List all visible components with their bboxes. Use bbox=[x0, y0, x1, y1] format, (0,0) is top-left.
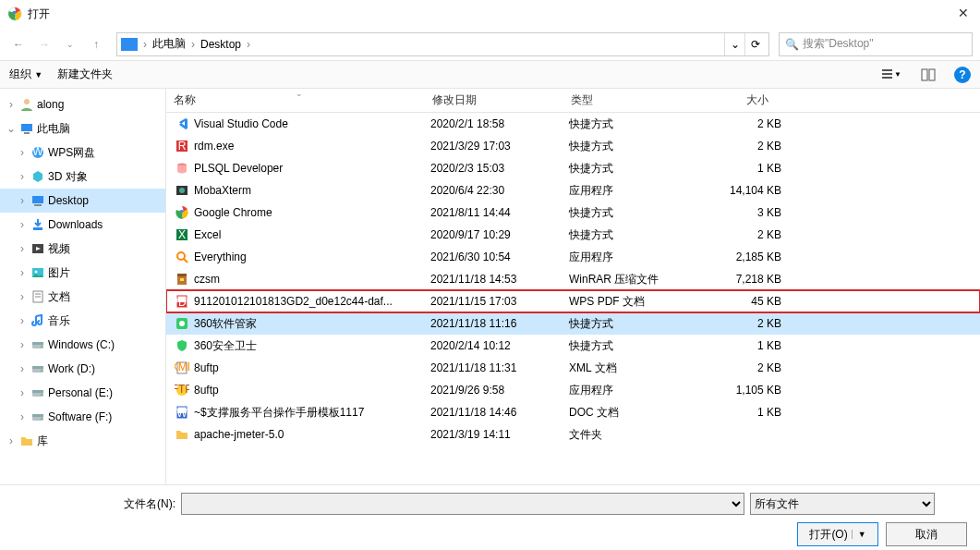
tree-twisty-icon[interactable]: › bbox=[17, 410, 28, 423]
file-icon: PDF bbox=[174, 294, 190, 309]
cancel-button[interactable]: 取消 bbox=[886, 522, 967, 546]
tree-label: Downloads bbox=[48, 218, 103, 231]
file-size: 1,105 KB bbox=[698, 384, 781, 397]
filetype-filter[interactable]: 所有文件 bbox=[750, 493, 935, 515]
tree-twisty-icon[interactable]: › bbox=[17, 338, 28, 351]
tree-icon bbox=[18, 434, 35, 448]
column-header[interactable]: ⌄ 名称 修改日期 类型 大小 bbox=[166, 89, 980, 113]
file-row[interactable]: W~$支撑服务平台操作手册模板11172021/11/18 14:46DOC 文… bbox=[166, 401, 980, 423]
crumb-folder[interactable]: Desktop bbox=[195, 38, 247, 51]
file-size: 1 KB bbox=[698, 339, 781, 352]
tree-twisty-icon[interactable]: › bbox=[17, 242, 28, 255]
tree-twisty-icon[interactable]: › bbox=[17, 194, 28, 207]
tree-item-along[interactable]: ›along bbox=[0, 92, 165, 116]
open-button[interactable]: 打开(O) ▼ bbox=[797, 522, 878, 546]
file-name: apache-jmeter-5.0 bbox=[194, 428, 430, 441]
file-date: 2020/6/4 22:30 bbox=[430, 184, 569, 197]
tree-item-desktop[interactable]: ›Desktop bbox=[0, 189, 165, 213]
file-icon: FTP bbox=[174, 383, 190, 397]
tree-twisty-icon[interactable]: › bbox=[17, 386, 28, 399]
svg-point-42 bbox=[177, 252, 185, 260]
newfolder-button[interactable]: 新建文件夹 bbox=[57, 67, 113, 82]
file-rows[interactable]: Visual Studio Code2020/2/1 18:58快捷方式2 KB… bbox=[166, 113, 980, 446]
breadcrumb[interactable]: › 此电脑 › Desktop › ⌄ ⟳ bbox=[116, 32, 769, 56]
tree-twisty-icon[interactable]: › bbox=[17, 170, 28, 183]
file-row[interactable]: PDF911201012101813GD2_d0e12c44-daf...202… bbox=[166, 290, 980, 312]
forward-button[interactable]: → bbox=[33, 33, 55, 55]
file-icon bbox=[174, 116, 190, 131]
search-input[interactable]: 🔍 搜索"Desktop" bbox=[779, 32, 973, 56]
tree-label: 库 bbox=[37, 434, 48, 449]
tree-item--[interactable]: ›库 bbox=[0, 429, 165, 453]
crumb-root[interactable]: 此电脑 bbox=[147, 36, 191, 52]
file-row[interactable]: Google Chrome2021/8/11 14:44快捷方式3 KB bbox=[166, 202, 980, 224]
tree-item-windows-c-[interactable]: ›Windows (C:) bbox=[0, 333, 165, 357]
tree-item--[interactable]: ›视频 bbox=[0, 237, 165, 261]
file-row[interactable]: 360软件管家2021/11/18 11:16快捷方式2 KB bbox=[166, 312, 980, 335]
filename-field[interactable] bbox=[181, 493, 744, 515]
recent-dropdown[interactable]: ⌄ bbox=[59, 33, 81, 55]
tree-item--[interactable]: ⌄此电脑 bbox=[0, 116, 165, 141]
tree-twisty-icon[interactable]: › bbox=[6, 98, 17, 111]
tree-item-downloads[interactable]: ›Downloads bbox=[0, 213, 165, 237]
up-button[interactable]: ↑ bbox=[85, 33, 107, 55]
back-button[interactable]: ← bbox=[7, 33, 30, 55]
tree-item-work-d-[interactable]: ›Work (D:) bbox=[0, 357, 165, 381]
tree-item-3d-[interactable]: ›3D 对象 bbox=[0, 165, 165, 189]
file-size: 2 KB bbox=[698, 228, 781, 241]
preview-pane-icon[interactable] bbox=[917, 66, 939, 84]
tree-twisty-icon[interactable]: › bbox=[17, 290, 28, 303]
file-type: DOC 文档 bbox=[569, 405, 698, 421]
tree-twisty-icon[interactable]: › bbox=[17, 146, 28, 159]
refresh-icon[interactable]: ⟳ bbox=[744, 33, 765, 55]
col-date[interactable]: 修改日期 bbox=[425, 92, 563, 108]
svg-rect-3 bbox=[882, 73, 892, 75]
tree-twisty-icon[interactable]: › bbox=[17, 362, 28, 375]
file-type: 快捷方式 bbox=[569, 139, 698, 154]
help-icon[interactable]: ? bbox=[954, 67, 971, 83]
file-row[interactable]: XExcel2020/9/17 10:29快捷方式2 KB bbox=[166, 224, 980, 246]
tree-item--[interactable]: ›文档 bbox=[0, 285, 165, 309]
tree-twisty-icon[interactable]: ⌄ bbox=[6, 122, 17, 135]
file-row[interactable]: 360安全卫士2020/2/14 10:12快捷方式1 KB bbox=[166, 335, 980, 357]
file-row[interactable]: MobaXterm2020/6/4 22:30应用程序14,104 KB bbox=[166, 179, 980, 202]
svg-text:X: X bbox=[178, 228, 186, 241]
tree-twisty-icon[interactable]: › bbox=[17, 218, 28, 231]
tree-item-software-f-[interactable]: ›Software (F:) bbox=[0, 405, 165, 429]
file-row[interactable]: XML8uftp2021/11/18 11:31XML 文档2 KB bbox=[166, 357, 980, 379]
organize-button[interactable]: 组织 ▼ bbox=[9, 67, 42, 82]
file-type: WPS PDF 文档 bbox=[569, 294, 698, 310]
file-row[interactable]: Everything2021/6/30 10:54应用程序2,185 KB bbox=[166, 246, 980, 268]
file-row[interactable]: Visual Studio Code2020/2/1 18:58快捷方式2 KB bbox=[166, 113, 980, 135]
tree-twisty-icon[interactable]: › bbox=[17, 314, 28, 327]
tree-item--[interactable]: ›音乐 bbox=[0, 309, 165, 333]
col-type[interactable]: 类型 bbox=[563, 92, 693, 108]
file-row[interactable]: apache-jmeter-5.02021/3/19 14:11文件夹 bbox=[166, 423, 980, 446]
tree-item-wps-[interactable]: ›WWPS网盘 bbox=[0, 141, 165, 165]
file-name: ~$支撑服务平台操作手册模板1117 bbox=[194, 405, 430, 421]
file-row[interactable]: PLSQL Developer2020/2/3 15:03快捷方式1 KB bbox=[166, 157, 980, 179]
breadcrumb-dropdown-icon[interactable]: ⌄ bbox=[724, 33, 744, 55]
tree-label: 音乐 bbox=[48, 313, 70, 329]
file-row[interactable]: FTP8uftp2021/9/26 9:58应用程序1,105 KB bbox=[166, 379, 980, 401]
tree-item-personal-e-[interactable]: ›Personal (E:) bbox=[0, 381, 165, 405]
svg-point-26 bbox=[41, 370, 42, 372]
view-details-icon[interactable]: ▼ bbox=[880, 66, 902, 84]
file-name: rdm.exe bbox=[194, 140, 430, 153]
file-row[interactable]: czsm2021/11/18 14:53WinRAR 压缩文件7,218 KB bbox=[166, 268, 980, 290]
tree[interactable]: ›along⌄此电脑›WWPS网盘›3D 对象›Desktop›Download… bbox=[0, 89, 166, 484]
tree-twisty-icon[interactable]: › bbox=[17, 266, 28, 279]
tree-item--[interactable]: ›图片 bbox=[0, 261, 165, 285]
tree-label: Software (F:) bbox=[48, 410, 112, 423]
file-row[interactable]: Rrdm.exe2021/3/29 17:03快捷方式2 KB bbox=[166, 135, 980, 157]
tree-icon bbox=[30, 241, 46, 256]
col-size[interactable]: 大小 bbox=[693, 92, 776, 108]
close-icon[interactable]: ✕ bbox=[958, 6, 969, 20]
file-date: 2021/8/11 14:44 bbox=[430, 206, 569, 219]
tree-icon bbox=[30, 313, 46, 328]
bottombar: 文件名(N): 所有文件 打开(O) ▼ 取消 bbox=[0, 484, 980, 550]
file-name: 360安全卫士 bbox=[194, 338, 430, 354]
tree-label: 图片 bbox=[48, 265, 70, 281]
tree-twisty-icon[interactable]: › bbox=[6, 434, 17, 447]
file-icon bbox=[174, 427, 190, 442]
